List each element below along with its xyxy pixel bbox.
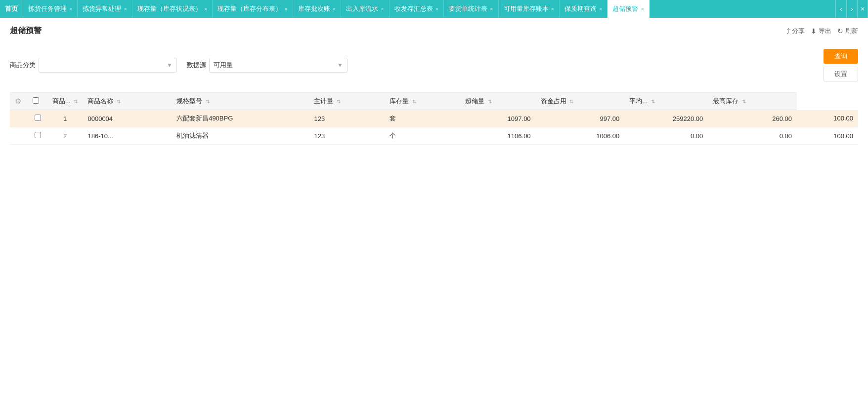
table-row: 1 0000004 六配套新昌490BPG 123 套 1097.00 997.… bbox=[10, 110, 858, 127]
datasource-value: 可用量 bbox=[214, 61, 233, 70]
row-stock-0: 1097.00 bbox=[460, 110, 536, 127]
sort-max-stock-icon[interactable]: ⇅ bbox=[742, 99, 746, 104]
nav-tab-7-close[interactable]: × bbox=[490, 6, 493, 12]
nav-tab-9-label: 保质期查询 bbox=[564, 4, 597, 13]
nav-tab-6-label: 收发存汇总表 bbox=[394, 4, 433, 13]
table-header-row: ⚙ 商品... ⇅ 商品名称 ⇅ 规格型号 ⇅ bbox=[10, 93, 858, 110]
nav-prev-button[interactable]: ‹ bbox=[835, 0, 846, 18]
row-settings-cell-1 bbox=[10, 127, 28, 145]
refresh-icon: ↻ bbox=[837, 27, 843, 35]
sort-unit-icon[interactable]: ⇅ bbox=[337, 99, 341, 104]
row-num-1: 2 bbox=[47, 127, 83, 145]
col-header-avg: 平均... ⇅ bbox=[624, 93, 708, 110]
nav-tab-4-label: 库存批次账 bbox=[298, 4, 330, 13]
nav-tab-0[interactable]: 拣货任务管理 × bbox=[23, 0, 78, 18]
refresh-button[interactable]: ↻ 刷新 bbox=[837, 27, 858, 36]
query-button[interactable]: 查询 bbox=[824, 49, 858, 64]
sort-spec-icon[interactable]: ⇅ bbox=[206, 99, 210, 104]
row-product-name-0: 六配套新昌490BPG bbox=[172, 110, 309, 127]
nav-tab-4[interactable]: 库存批次账 × bbox=[293, 0, 341, 18]
filter-buttons: 查询 设置 bbox=[824, 49, 858, 81]
row-settings-cell-0 bbox=[10, 110, 28, 127]
row-avg-1: 0.00 bbox=[708, 127, 797, 145]
row-max-stock-1: 100.00 bbox=[797, 127, 858, 145]
row-product-name-1: 机油滤清器 bbox=[172, 127, 309, 145]
datasource-select[interactable]: 可用量 ▼ bbox=[209, 58, 347, 73]
nav-tab-1[interactable]: 拣货异常处理 × bbox=[78, 0, 132, 18]
nav-tab-9[interactable]: 保质期查询 × bbox=[560, 0, 608, 18]
product-category-filter: 商品分类 ▼ bbox=[10, 58, 177, 73]
col-header-overstock: 超储量 ⇅ bbox=[460, 93, 536, 110]
sort-stock-icon[interactable]: ⇅ bbox=[412, 99, 416, 104]
nav-home-label: 首页 bbox=[5, 4, 18, 13]
nav-tab-1-close[interactable]: × bbox=[124, 6, 127, 12]
nav-tab-8[interactable]: 可用量库存账本 × bbox=[499, 0, 560, 18]
row-unit-0: 套 bbox=[385, 110, 460, 127]
col-header-max-stock: 最高库存 ⇅ bbox=[708, 93, 797, 110]
col-header-product-name: 商品名称 ⇅ bbox=[83, 93, 172, 110]
row-overstock-1: 1006.00 bbox=[536, 127, 625, 145]
nav-tab-6-close[interactable]: × bbox=[435, 6, 438, 12]
col-header-settings: ⚙ bbox=[10, 93, 28, 110]
sort-product-name-icon[interactable]: ⇅ bbox=[117, 99, 121, 104]
export-label: 导出 bbox=[819, 27, 831, 36]
nav-tab-2[interactable]: 现存量（库存状况表） × bbox=[132, 0, 213, 18]
row-checkbox-0[interactable] bbox=[35, 115, 41, 121]
refresh-label: 刷新 bbox=[845, 27, 858, 36]
top-navigation: 首页 拣货任务管理 × 拣货异常处理 × 现存量（库存状况表） × 现存量（库存… bbox=[0, 0, 868, 18]
col-header-unit: 主计量 ⇅ bbox=[309, 93, 385, 110]
nav-tab-8-close[interactable]: × bbox=[551, 6, 554, 12]
nav-tab-10-close[interactable]: × bbox=[641, 6, 644, 12]
nav-tab-7-label: 要货单统计表 bbox=[449, 4, 487, 13]
nav-tab-5-close[interactable]: × bbox=[381, 6, 384, 12]
nav-tab-3-close[interactable]: × bbox=[284, 6, 287, 12]
row-capital-0: 259220.00 bbox=[624, 110, 708, 127]
select-all-checkbox[interactable] bbox=[33, 97, 39, 104]
data-table: ⚙ 商品... ⇅ 商品名称 ⇅ 规格型号 ⇅ bbox=[10, 92, 858, 145]
row-capital-1: 0.00 bbox=[624, 127, 708, 145]
share-button[interactable]: ⤴ 分享 bbox=[786, 27, 805, 36]
nav-home[interactable]: 首页 bbox=[0, 0, 23, 18]
nav-tab-10-label: 超储预警 bbox=[612, 4, 638, 13]
sort-overstock-icon[interactable]: ⇅ bbox=[488, 99, 492, 104]
row-overstock-0: 997.00 bbox=[536, 110, 625, 127]
nav-tab-5-label: 出入库流水 bbox=[346, 4, 378, 13]
nav-next-button[interactable]: › bbox=[846, 0, 857, 18]
setting-button[interactable]: 设置 bbox=[824, 67, 858, 81]
nav-tab-3-label: 现存量（库存分布表） bbox=[217, 4, 282, 13]
nav-tab-4-close[interactable]: × bbox=[333, 6, 336, 12]
nav-tab-5[interactable]: 出入库流水 × bbox=[341, 0, 389, 18]
export-button[interactable]: ⬇ 导出 bbox=[811, 27, 831, 36]
nav-tab-2-close[interactable]: × bbox=[204, 6, 207, 12]
col-header-spec: 规格型号 ⇅ bbox=[172, 93, 309, 110]
nav-tab-10[interactable]: 超储预警 × bbox=[608, 0, 649, 18]
row-checkbox-1[interactable] bbox=[35, 132, 41, 138]
nav-tab-8-label: 可用量库存账本 bbox=[504, 4, 549, 13]
col-header-stock: 库存量 ⇅ bbox=[385, 93, 460, 110]
nav-tab-9-close[interactable]: × bbox=[599, 6, 602, 12]
sort-avg-icon[interactable]: ⇅ bbox=[651, 99, 655, 104]
product-category-select[interactable]: ▼ bbox=[39, 58, 177, 73]
sort-product-code-icon[interactable]: ⇅ bbox=[74, 99, 78, 104]
nav-tab-6[interactable]: 收发存汇总表 × bbox=[390, 0, 444, 18]
nav-tab-3[interactable]: 现存量（库存分布表） × bbox=[213, 0, 293, 18]
row-max-stock-0: 100.00 bbox=[797, 110, 858, 127]
nav-tab-0-label: 拣货任务管理 bbox=[28, 4, 67, 13]
nav-tab-7[interactable]: 要货单统计表 × bbox=[444, 0, 498, 18]
table-container: ⚙ 商品... ⇅ 商品名称 ⇅ 规格型号 ⇅ bbox=[10, 92, 858, 145]
nav-close-button[interactable]: × bbox=[857, 0, 868, 18]
row-checkbox-cell-0 bbox=[28, 110, 47, 127]
sort-capital-icon[interactable]: ⇅ bbox=[569, 99, 573, 104]
gear-icon[interactable]: ⚙ bbox=[15, 97, 21, 105]
page-content: 超储预警 ⤴ 分享 ⬇ 导出 ↻ 刷新 商品分类 ▼ 数据源 bbox=[0, 18, 868, 395]
nav-tab-1-label: 拣货异常处理 bbox=[83, 4, 121, 13]
col-header-capital: 资金占用 ⇅ bbox=[536, 93, 625, 110]
row-product-code-1: 186-10... bbox=[83, 127, 172, 145]
datasource-label: 数据源 bbox=[187, 61, 206, 70]
share-label: 分享 bbox=[792, 27, 805, 36]
nav-tab-0-close[interactable]: × bbox=[69, 6, 72, 12]
nav-arrows: ‹ › × bbox=[835, 0, 868, 18]
row-num-0: 1 bbox=[47, 110, 83, 127]
filter-area: 商品分类 ▼ 数据源 可用量 ▼ 查询 设置 bbox=[10, 44, 858, 86]
table-row: 2 186-10... 机油滤清器 123 个 1106.00 1006.00 … bbox=[10, 127, 858, 145]
